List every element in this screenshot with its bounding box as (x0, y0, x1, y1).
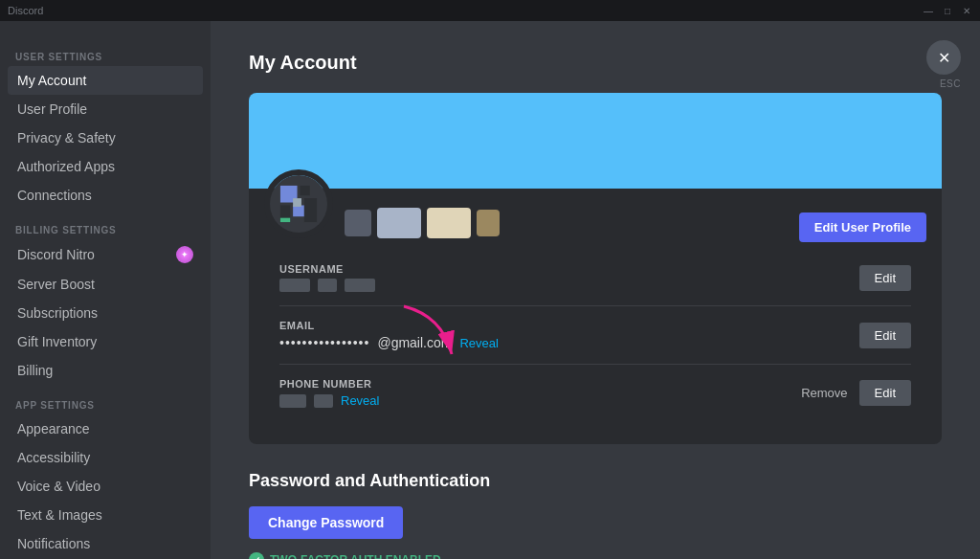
svg-rect-4 (293, 198, 301, 207)
email-field: EMAIL •••••••••••••••• @gmail.com Reveal (279, 320, 499, 350)
username-value (279, 279, 375, 292)
page-title: My Account (249, 52, 942, 74)
phone-field: PHONE NUMBER Reveal (279, 378, 379, 408)
sidebar-item-user-profile[interactable]: User Profile (8, 95, 203, 123)
profile-lower: Edit User Profile USERNAME (249, 189, 942, 444)
sidebar-item-my-account[interactable]: My Account (8, 66, 203, 95)
minimize-btn[interactable]: — (923, 5, 934, 16)
sidebar: USER SETTINGS My Account User Profile Pr… (0, 21, 211, 559)
svg-rect-3 (293, 205, 304, 216)
app-body: USER SETTINGS My Account User Profile Pr… (0, 21, 980, 559)
sidebar-item-discord-nitro[interactable]: Discord Nitro ✦ (8, 239, 203, 270)
email-value: •••••••••••••••• @gmail.com Reveal (279, 335, 499, 350)
user-settings-label: USER SETTINGS (8, 44, 203, 66)
sidebar-item-text-images-label: Text & Images (17, 507, 102, 523)
avatar (264, 169, 333, 238)
close-btn[interactable]: ✕ (961, 5, 972, 16)
window-controls[interactable]: — □ ✕ (923, 5, 972, 16)
username-blurred-3 (345, 279, 375, 292)
phone-value: Reveal (279, 393, 379, 408)
email-edit-button[interactable]: Edit (859, 323, 911, 348)
password-section: Password and Authentication Change Passw… (249, 471, 942, 559)
avatar-inner (270, 175, 327, 233)
sidebar-item-accessibility-label: Accessibility (17, 450, 90, 465)
email-suffix: @gmail.com (377, 335, 452, 350)
sidebar-item-accessibility[interactable]: Accessibility (8, 443, 203, 472)
username-field: USERNAME (279, 263, 375, 292)
sidebar-item-appearance-label: Appearance (17, 421, 90, 436)
phone-row: PHONE NUMBER Reveal Remove Edit (279, 365, 911, 421)
profile-avatar-area (264, 169, 500, 238)
email-actions: Edit (859, 323, 911, 348)
sidebar-item-privacy-safety-label: Privacy & Safety (17, 130, 116, 145)
edit-profile-button[interactable]: Edit User Profile (799, 212, 926, 242)
svg-rect-5 (304, 198, 317, 222)
nitro-icon: ✦ (176, 246, 193, 263)
username-row: USERNAME Edit (279, 250, 911, 306)
sidebar-item-server-boost[interactable]: Server Boost (8, 270, 203, 299)
sidebar-item-server-boost-label: Server Boost (17, 277, 95, 292)
sidebar-item-voice-video-label: Voice & Video (17, 479, 100, 494)
password-section-title: Password and Authentication (249, 471, 942, 491)
sidebar-item-gift-inventory-label: Gift Inventory (17, 334, 97, 349)
username-actions: Edit (859, 265, 911, 291)
sidebar-item-user-profile-label: User Profile (17, 101, 87, 117)
sidebar-item-notifications[interactable]: Notifications (8, 529, 203, 558)
email-dots: •••••••••••••••• (279, 335, 369, 350)
sidebar-item-voice-video[interactable]: Voice & Video (8, 472, 203, 501)
color-swatches (345, 208, 500, 238)
swatch-3[interactable] (427, 208, 471, 238)
username-edit-button[interactable]: Edit (859, 265, 911, 291)
esc-button[interactable]: ✕ (926, 40, 961, 75)
sidebar-item-authorized-apps-label: Authorized Apps (17, 159, 115, 174)
sidebar-item-discord-nitro-label: Discord Nitro (17, 247, 95, 262)
titlebar: Discord — □ ✕ (0, 0, 980, 21)
swatch-1[interactable] (345, 210, 371, 236)
two-factor-badge: TWO-FACTOR AUTH ENABLED (249, 552, 942, 559)
email-row: EMAIL •••••••••••••••• @gmail.com Reveal… (279, 306, 911, 365)
username-label: USERNAME (279, 263, 375, 275)
sidebar-item-connections[interactable]: Connections (8, 181, 203, 210)
sidebar-item-privacy-safety[interactable]: Privacy & Safety (8, 123, 203, 152)
app-settings-label: APP SETTINGS (8, 392, 203, 414)
phone-blurred-1 (279, 394, 306, 408)
app-title: Discord (8, 5, 43, 16)
maximize-btn[interactable]: □ (942, 5, 953, 16)
sidebar-item-subscriptions[interactable]: Subscriptions (8, 299, 203, 327)
phone-remove-button[interactable]: Remove (797, 380, 851, 406)
info-section: USERNAME Edit (264, 250, 926, 429)
sidebar-item-billing[interactable]: Billing (8, 356, 203, 385)
swatch-4[interactable] (477, 210, 500, 236)
profile-card: Edit User Profile USERNAME (249, 93, 942, 444)
sidebar-item-appearance[interactable]: Appearance (8, 414, 203, 443)
sidebar-item-notifications-label: Notifications (17, 536, 90, 551)
email-reveal-link[interactable]: Reveal (459, 336, 498, 350)
sidebar-item-authorized-apps[interactable]: Authorized Apps (8, 152, 203, 181)
username-blurred-1 (279, 279, 310, 292)
email-label: EMAIL (279, 320, 499, 331)
sidebar-item-my-account-label: My Account (17, 73, 86, 88)
change-password-button[interactable]: Change Password (249, 506, 403, 539)
phone-actions: Remove Edit (797, 380, 911, 406)
sidebar-item-gift-inventory[interactable]: Gift Inventory (8, 327, 203, 356)
sidebar-item-text-images[interactable]: Text & Images (8, 501, 203, 529)
username-blurred-2 (318, 279, 337, 292)
svg-rect-6 (280, 218, 290, 222)
phone-reveal-link[interactable]: Reveal (341, 393, 379, 408)
sidebar-item-subscriptions-label: Subscriptions (17, 305, 98, 321)
swatch-2[interactable] (377, 208, 421, 238)
phone-edit-button[interactable]: Edit (859, 380, 911, 406)
sidebar-item-billing-label: Billing (17, 363, 53, 378)
billing-settings-label: BILLING SETTINGS (8, 217, 203, 239)
esc-label: ESC (940, 78, 961, 89)
sidebar-item-connections-label: Connections (17, 188, 92, 203)
main-content: ✕ ESC My Account (211, 21, 980, 559)
phone-label: PHONE NUMBER (279, 378, 379, 390)
avatar-logo (278, 183, 320, 225)
svg-rect-1 (300, 186, 309, 195)
phone-blurred-2 (314, 394, 333, 408)
two-factor-text: TWO-FACTOR AUTH ENABLED (270, 553, 441, 559)
